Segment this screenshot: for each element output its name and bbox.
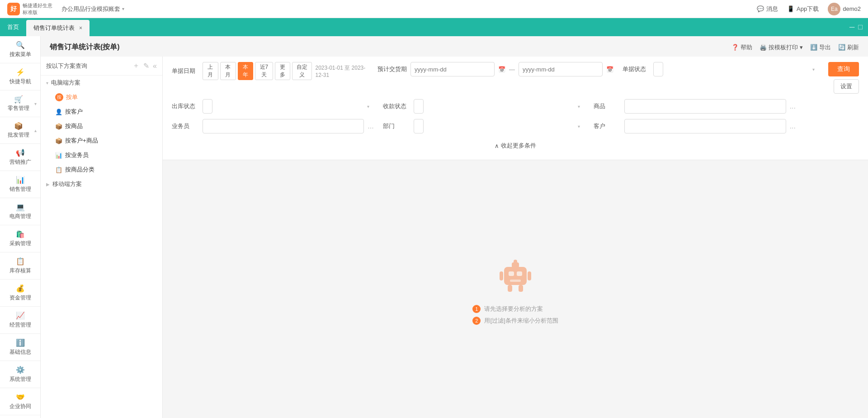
sales-icon: 📊	[16, 176, 25, 184]
mobile-group-arrow-icon: ▶	[46, 182, 50, 187]
sidebar-item-inventory[interactable]: 📋 库存核算	[0, 252, 40, 280]
customer-input[interactable]	[624, 119, 786, 133]
message-button[interactable]: 💬 消息	[757, 5, 778, 13]
date-btn-this-year[interactable]: 本年	[238, 62, 254, 80]
scheme-by-goods[interactable]: 📦 按商品	[46, 119, 162, 133]
help-button[interactable]: ❓ 帮助	[731, 43, 752, 52]
sidebar-item-system[interactable]: ⚙️ 系统管理	[0, 361, 40, 388]
dept-arrow-icon: ▾	[578, 124, 580, 129]
expected-date-to[interactable]	[519, 62, 603, 76]
hint-num-1: 1	[472, 305, 481, 313]
tab-close-icon[interactable]: ×	[79, 25, 82, 31]
goods-input[interactable]	[624, 99, 786, 114]
operation-icon: 📈	[16, 311, 25, 320]
pay-status-select[interactable]	[414, 99, 424, 114]
right-portion: 单据日期 上月 本月 本年 近7天 更多 自定义 2023-01-01 至 20…	[163, 57, 868, 418]
sidebar-item-purchase[interactable]: 🛍️ 采购管理	[0, 225, 40, 252]
inventory-icon: 📋	[16, 257, 25, 266]
date-btn-more[interactable]: 更多	[275, 62, 291, 80]
ship-status-select[interactable]	[203, 99, 212, 114]
collapse-icon: ∧	[495, 142, 499, 149]
customer-dots-icon[interactable]: ...	[790, 122, 796, 130]
ship-arrow-icon: ▾	[367, 104, 369, 109]
collapse-button[interactable]: ∧ 收起更多条件	[495, 142, 536, 150]
date-range-text: 2023-01-01 至 2023-12-31	[316, 64, 369, 78]
filter-row-2: 出库状态 ▾ 收款状态 ▾	[172, 99, 859, 114]
date-btn-custom[interactable]: 自定义	[292, 62, 311, 80]
status-select[interactable]	[653, 62, 663, 76]
user-area[interactable]: Ea demo2	[828, 3, 861, 15]
window-maximize-icon[interactable]: □	[858, 23, 863, 31]
sidebar-item-guide[interactable]: 🎓 新手引导	[0, 415, 40, 418]
sidebar-item-retail[interactable]: 🛒 零售管理 ▾	[0, 90, 40, 117]
tab-bar: 首页 销售订单统计表 × ─ □	[0, 18, 868, 36]
collapse-row: ∧ 收起更多条件	[172, 137, 859, 154]
expected-date-from[interactable]	[410, 62, 495, 76]
sidebar-item-collab[interactable]: 🤝 企业协同	[0, 388, 40, 415]
filter-row-3: 业务员 ... 部门 ▾ 客户	[172, 119, 859, 133]
refresh-button[interactable]: 🔄 刷新	[838, 43, 859, 52]
staff-cell: 业务员 ...	[172, 119, 374, 133]
window-minimize-icon[interactable]: ─	[849, 23, 854, 31]
sidebar-item-basic[interactable]: ℹ️ 基础信息	[0, 334, 40, 361]
dept-select[interactable]	[414, 119, 424, 133]
scheme-by-order-icon: 按	[55, 93, 63, 101]
logo-icon: 好	[7, 3, 20, 15]
edit-scheme-icon[interactable]: ✎	[143, 62, 149, 70]
status-arrow-icon: ▾	[812, 67, 815, 72]
sidebar-item-search[interactable]: 🔍 搜索菜单	[0, 36, 40, 63]
scheme-by-customer[interactable]: 👤 按客户	[46, 104, 162, 119]
download-button[interactable]: 📱 App下载	[787, 5, 819, 13]
scheme-by-customer-goods[interactable]: 📦 按客户+商品	[46, 133, 162, 148]
tab-home[interactable]: 首页	[0, 18, 26, 36]
mobile-group-label[interactable]: ▶ 移动端方案	[41, 177, 162, 191]
wholesale-icon: 📦	[14, 122, 23, 130]
svg-rect-9	[519, 285, 523, 292]
pc-group-label[interactable]: ▾ 电脑端方案	[41, 76, 162, 90]
sidebar-item-sales[interactable]: 📊 销售管理	[0, 171, 40, 198]
query-button[interactable]: 查询	[828, 62, 859, 76]
page-title: 销售订单统计表(按单)	[50, 43, 120, 52]
user-avatar: Ea	[828, 3, 840, 15]
scheme-by-category[interactable]: 📋 按商品分类	[46, 162, 162, 177]
date-btn-7days[interactable]: 近7天	[255, 62, 273, 80]
date-btn-last-month[interactable]: 上月	[203, 62, 218, 80]
goods-dots-icon[interactable]: ...	[790, 102, 796, 110]
left-panel-title: 按以下方案查询	[46, 62, 87, 70]
message-icon: 💬	[757, 5, 764, 12]
staff-dots-icon[interactable]: ...	[368, 122, 373, 130]
setting-button[interactable]: 设置	[834, 79, 859, 94]
date-btn-this-month[interactable]: 本月	[220, 62, 236, 80]
svg-rect-2	[517, 271, 522, 276]
pay-arrow-icon: ▾	[578, 104, 580, 109]
help-icon: ❓	[731, 44, 739, 51]
main-layout: 🔍 搜索菜单 ⚡ 快捷导航 🛒 零售管理 ▾ 📦 批发管理 ▴ 📢 营销推广	[0, 36, 868, 418]
app-selector[interactable]: 办公用品行业模拟账套 ▾	[61, 5, 124, 13]
collapse-panel-icon[interactable]: «	[153, 62, 157, 70]
sidebar-item-ecom[interactable]: 💻 电商管理	[0, 198, 40, 225]
filter-row-1: 单据日期 上月 本月 本年 近7天 更多 自定义 2023-01-01 至 20…	[172, 62, 859, 94]
tab-sales-order[interactable]: 销售订单统计表 ×	[26, 20, 90, 36]
filter-area: 单据日期 上月 本月 本年 近7天 更多 自定义 2023-01-01 至 20…	[163, 57, 868, 160]
sidebar-item-marketing[interactable]: 📢 营销推广	[0, 144, 40, 171]
empty-hints: 1 请先选择要分析的方案 2 用[过滤]条件来缩小分析范围	[472, 305, 558, 325]
scheme-by-staff[interactable]: 📊 按业务员	[46, 148, 162, 162]
dept-cell: 部门 ▾	[383, 119, 585, 133]
print-button[interactable]: 🖨️ 按模板打印 ▾	[760, 43, 803, 52]
staff-input[interactable]	[203, 119, 364, 133]
add-scheme-icon[interactable]: ＋	[132, 61, 140, 71]
download-icon: 📱	[787, 5, 794, 12]
calendar-icon-1: 📅	[498, 66, 505, 73]
customer-cell: 客户 ...	[594, 119, 796, 133]
sidebar-item-wholesale[interactable]: 📦 批发管理 ▴	[0, 117, 40, 144]
calendar-icon-2: 📅	[606, 66, 613, 73]
scheme-by-order[interactable]: 按 按单	[46, 90, 162, 104]
sidebar-item-operation[interactable]: 📈 经营管理	[0, 307, 40, 334]
content-wrapper: 按以下方案查询 ＋ ✎ « ▾ 电脑端方案 按 按单	[41, 57, 868, 418]
sidebar-item-finance[interactable]: 💰 资金管理	[0, 280, 40, 307]
sidebar-item-quick-nav[interactable]: ⚡ 快捷导航	[0, 63, 40, 90]
scheme-staff-icon: 📊	[55, 152, 62, 159]
svg-rect-6	[500, 271, 503, 280]
export-button[interactable]: ⬇️ 导出	[810, 43, 831, 52]
marketing-icon: 📢	[16, 148, 25, 157]
